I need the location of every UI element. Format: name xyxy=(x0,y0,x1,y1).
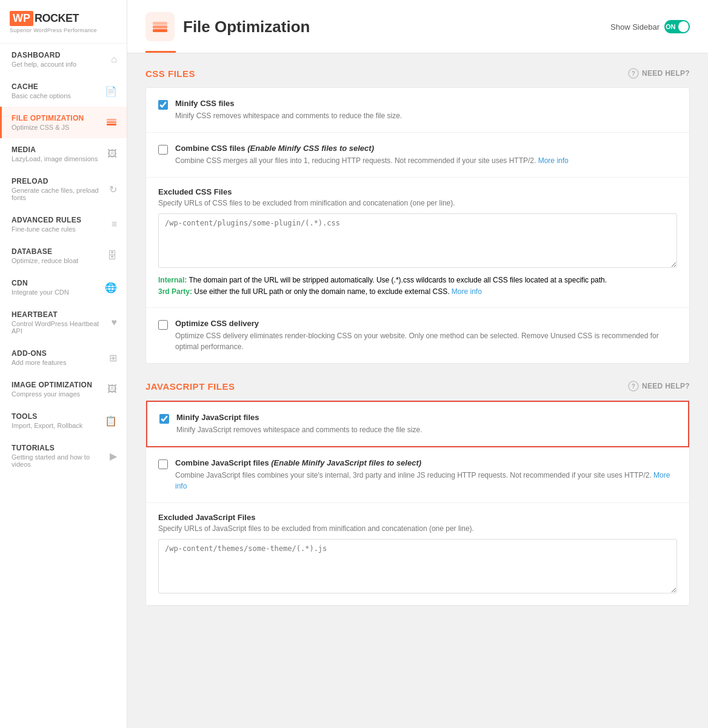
combine-js-label: Combine JavaScript files (Enable Minify … xyxy=(175,458,677,467)
svg-rect-0 xyxy=(107,119,116,121)
js-need-help[interactable]: ? NEED HELP? xyxy=(628,381,690,392)
combine-js-row: Combine JavaScript files (Enable Minify … xyxy=(146,447,689,503)
toggle-switch[interactable]: ON xyxy=(664,20,690,33)
css-card: Minify CSS files Minify CSS removes whit… xyxy=(145,87,690,364)
sidebar-toggle[interactable]: Show Sidebar ON xyxy=(610,20,690,33)
css-section-title: CSS Files xyxy=(145,68,195,79)
content-area: CSS Files ? NEED HELP? Minify CSS files xyxy=(127,53,708,638)
header-underline xyxy=(145,51,176,53)
advanced-rules-icon: ≡ xyxy=(112,219,117,230)
minify-css-desc: Minify CSS removes whitespace and commen… xyxy=(175,110,402,121)
combine-js-desc: Combine JavaScript files combines your s… xyxy=(175,470,677,492)
tools-icon: 📋 xyxy=(105,415,117,427)
preload-icon: ↻ xyxy=(109,184,117,195)
minify-css-label: Minify CSS files xyxy=(175,99,402,108)
toggle-on-label: ON xyxy=(666,23,676,30)
excluded-js-desc: Specify URLs of JavaScript files to be e… xyxy=(158,524,677,533)
svg-rect-1 xyxy=(107,121,116,123)
js-section-title: JavaScript Files xyxy=(145,381,235,392)
logo-rocket: ROCKET xyxy=(35,12,79,25)
sidebar-toggle-label: Show Sidebar xyxy=(610,22,660,32)
optimize-css-delivery-desc: Optimize CSS delivery eliminates render-… xyxy=(175,330,677,352)
media-icon: 🖼 xyxy=(107,149,117,159)
excluded-js-textarea[interactable] xyxy=(158,539,677,593)
sidebar-item-file-optimization[interactable]: FILE OPTIMIZATION Optimize CSS & JS xyxy=(0,107,127,138)
svg-rect-5 xyxy=(153,29,167,32)
sidebar-item-preload[interactable]: PRELOAD Generate cache files, preload fo… xyxy=(0,170,127,209)
heartbeat-icon: ♥ xyxy=(112,317,118,328)
image-optimization-icon: 🖼 xyxy=(107,384,117,395)
excluded-css-more-info-link[interactable]: More info xyxy=(452,287,482,296)
minify-js-label: Minify JavaScript files xyxy=(176,413,422,422)
sidebar-item-cache[interactable]: CACHE Basic cache options 📄 xyxy=(0,75,127,107)
sidebar-item-dashboard[interactable]: DASHBOARD Get help, account info ⌂ xyxy=(0,44,127,75)
js-card: Minify JavaScript files Minify JavaScrip… xyxy=(145,400,690,606)
optimize-css-delivery-label: Optimize CSS delivery xyxy=(175,319,677,328)
minify-css-checkbox[interactable] xyxy=(158,100,168,110)
svg-rect-4 xyxy=(153,25,167,28)
excluded-css-label: Excluded CSS Files xyxy=(158,187,677,196)
js-need-help-icon: ? xyxy=(628,381,639,392)
database-icon: 🗄 xyxy=(107,250,117,261)
combine-css-more-info-link[interactable]: More info xyxy=(538,156,569,165)
optimize-css-delivery-checkbox[interactable] xyxy=(158,320,168,330)
combine-js-checkbox[interactable] xyxy=(158,459,168,469)
sidebar: WP ROCKET Superior WordPress Performance… xyxy=(0,0,127,728)
excluded-css-field: Excluded CSS Files Specify URLs of CSS f… xyxy=(146,178,689,308)
combine-css-label: Combine CSS files (Enable Minify CSS fil… xyxy=(175,144,569,153)
sidebar-item-database[interactable]: DATABASE Optimize, reduce bloat 🗄 xyxy=(0,240,127,272)
css-need-help[interactable]: ? NEED HELP? xyxy=(628,68,690,79)
sidebar-item-cdn[interactable]: CDN Integrate your CDN 🌐 xyxy=(0,272,127,303)
dashboard-icon: ⌂ xyxy=(111,54,117,65)
tutorials-icon: ▶ xyxy=(110,450,117,462)
minify-js-row: Minify JavaScript files Minify JavaScrip… xyxy=(146,401,689,447)
sidebar-item-tools[interactable]: TOOLS Import, Export, Rollback 📋 xyxy=(0,405,127,436)
excluded-js-label: Excluded JavaScript Files xyxy=(158,513,677,522)
combine-css-desc: Combine CSS merges all your files into 1… xyxy=(175,155,569,166)
excluded-css-hint: Internal: The domain part of the URL wil… xyxy=(158,275,677,298)
excluded-css-desc: Specify URLs of CSS files to be excluded… xyxy=(158,199,677,207)
minify-js-desc: Minify JavaScript removes whitespace and… xyxy=(176,424,422,435)
main-content: File Optimization Show Sidebar ON CSS Fi… xyxy=(127,0,708,728)
minify-js-checkbox[interactable] xyxy=(159,414,169,424)
svg-rect-2 xyxy=(107,124,116,125)
sidebar-item-advanced-rules[interactable]: ADVANCED RULES Fine-tune cache rules ≡ xyxy=(0,209,127,240)
sidebar-item-add-ons[interactable]: ADD-ONS Add more features ⊞ xyxy=(0,342,127,373)
add-ons-icon: ⊞ xyxy=(109,352,117,364)
sidebar-item-image-optimization[interactable]: IMAGE OPTIMIZATION Compress your images … xyxy=(0,373,127,405)
sidebar-item-tutorials[interactable]: TUTORIALS Getting started and how to vid… xyxy=(0,436,127,475)
combine-css-checkbox[interactable] xyxy=(158,145,168,155)
logo: WP ROCKET Superior WordPress Performance xyxy=(0,0,127,44)
logo-tagline: Superior WordPress Performance xyxy=(10,27,117,33)
toggle-knob xyxy=(678,21,689,32)
file-optimization-icon xyxy=(106,116,117,129)
optimize-css-delivery-row: Optimize CSS delivery Optimize CSS deliv… xyxy=(146,308,689,363)
svg-rect-3 xyxy=(153,22,167,25)
combine-css-row: Combine CSS files (Enable Minify CSS fil… xyxy=(146,133,689,178)
need-help-icon: ? xyxy=(628,68,639,79)
cache-icon: 📄 xyxy=(105,85,117,97)
logo-wp: WP xyxy=(10,11,33,26)
excluded-css-textarea[interactable] xyxy=(158,213,677,268)
minify-css-row: Minify CSS files Minify CSS removes whit… xyxy=(146,88,689,133)
sidebar-item-heartbeat[interactable]: HEARTBEAT Control WordPress Heartbeat AP… xyxy=(0,303,127,342)
excluded-js-field: Excluded JavaScript Files Specify URLs o… xyxy=(146,503,689,606)
cdn-icon: 🌐 xyxy=(105,282,117,293)
css-files-section: CSS Files ? NEED HELP? Minify CSS files xyxy=(145,68,690,364)
page-header: File Optimization Show Sidebar ON xyxy=(127,0,708,53)
sidebar-item-media[interactable]: MEDIA LazyLoad, image dimensions 🖼 xyxy=(0,138,127,170)
page-icon xyxy=(145,12,175,41)
page-title: File Optimization xyxy=(183,18,310,36)
js-files-section: JavaScript Files ? NEED HELP? Minify Jav… xyxy=(145,381,690,606)
